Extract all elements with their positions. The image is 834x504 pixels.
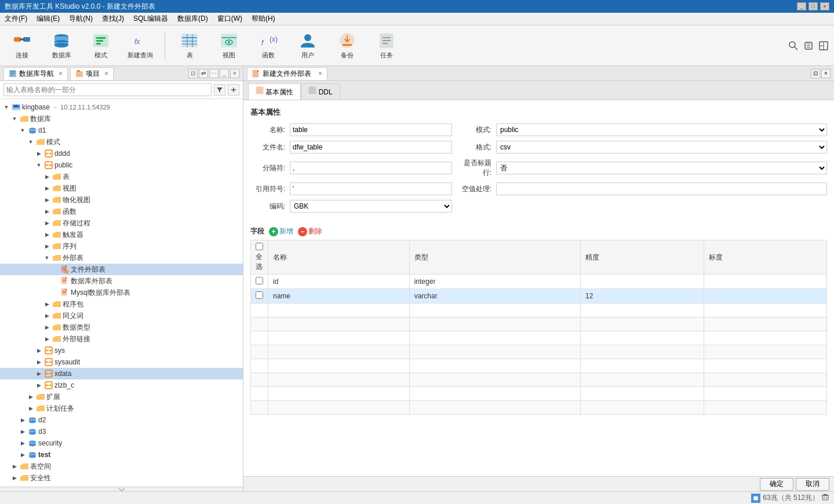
toolbar-view[interactable]: 视图 [212,29,246,63]
ddl-tab[interactable]: DDL [301,83,340,100]
toolbar-table[interactable]: 表 [172,29,207,63]
public-toggle[interactable]: ▼ [35,161,43,169]
tree-foreign-tables-folder[interactable]: ▼ 外部表 [0,252,243,264]
close-btn[interactable]: × [820,2,829,10]
format-select[interactable]: csv text binary [496,141,827,154]
toolbar-layout-icon[interactable] [818,40,829,52]
tree-d2[interactable]: ▶ d2 [0,414,243,426]
search-input[interactable] [3,83,212,96]
tree-public[interactable]: ▼ public [0,159,243,171]
header-row-select[interactable]: 否 是 [496,162,827,174]
right-restore-btn[interactable]: ⊡ [811,69,820,78]
security-folder-toggle[interactable]: ▶ [10,474,19,482]
tree-extensions-folder[interactable]: ▶ 扩展 [0,391,243,403]
xdata-toggle[interactable]: ▶ [35,370,43,378]
synonyms-toggle[interactable]: ▶ [43,312,51,320]
tree-security-folder[interactable]: ▶ 安全性 [0,472,243,484]
toolbar-backup[interactable]: 备份 [330,29,365,63]
basic-props-tab[interactable]: 基本属性 [248,83,301,100]
tree-matviews-folder[interactable]: ▶ 物化视图 [0,194,243,206]
null-handle-input[interactable] [496,182,827,195]
matviews-toggle[interactable]: ▶ [43,196,51,204]
status-trash-icon[interactable] [821,493,829,503]
procs-toggle[interactable]: ▶ [43,219,51,227]
tree-zlzb-c[interactable]: ▶ zlzb_c [0,379,243,391]
editor-main-tab[interactable]: 新建文件外部表 × [247,67,327,80]
row1-checkbox[interactable] [256,277,263,284]
name-input[interactable] [290,123,452,136]
ext-links-toggle[interactable]: ▶ [43,335,51,343]
toolbar-mode[interactable]: 模式 [83,29,118,63]
row2-checkbox[interactable] [256,291,263,299]
add-field-btn[interactable]: + 新增 [269,227,293,236]
d1-toggle[interactable]: ▼ [19,126,27,134]
d2-toggle[interactable]: ▶ [19,416,27,424]
tree-views-folder[interactable]: ▶ 视图 [0,182,243,194]
right-close-btn[interactable]: × [821,69,831,78]
tree-procs-folder[interactable]: ▶ 存储过程 [0,217,243,229]
toolbar-new-query[interactable]: fx 新建查询 [123,29,158,63]
tree-types-folder[interactable]: ▶ 数据类型 [0,322,243,333]
tree-d1[interactable]: ▼ d1 [0,125,243,136]
row1-checkbox-cell[interactable] [251,275,268,289]
sysaudit-toggle[interactable]: ▶ [35,358,43,366]
filter-extra-btn[interactable] [228,84,239,96]
toolbar-function[interactable]: f (x) 函数 [251,29,286,63]
encoding-select[interactable]: GBK UTF-8 GB2312 [290,200,452,213]
pkgs-toggle[interactable]: ▶ [43,300,51,308]
filter-btn[interactable] [214,84,225,96]
tree-seqs-folder[interactable]: ▶ 序列 [0,240,243,252]
tree-d3[interactable]: ▶ d3 [0,426,243,437]
menu-nav[interactable]: 导航(N) [64,13,97,25]
toolbar-user[interactable]: 用户 [290,29,325,63]
tree-funcs-folder[interactable]: ▶ 函数 [0,206,243,217]
test-toggle[interactable]: ▶ [19,451,27,459]
views-toggle[interactable]: ▶ [43,184,51,192]
maximize-btn[interactable]: □ [808,2,818,10]
toolbar-task[interactable]: 任务 [369,29,404,63]
cancel-btn[interactable]: 取消 [796,478,829,491]
tree-db-foreign-table[interactable]: ▶ 数据库外部表 [0,275,243,287]
tree-tables-folder[interactable]: ▶ 表 [0,171,243,182]
d3-toggle[interactable]: ▶ [19,428,27,436]
security-toggle[interactable]: ▶ [19,439,27,447]
tree-dddd[interactable]: ▶ dddd [0,148,243,159]
project-tab-close[interactable]: × [104,70,108,78]
nav-tab-close[interactable]: × [59,70,63,78]
tree-security[interactable]: ▶ security [0,437,243,449]
tree-sys[interactable]: ▶ sys [0,345,243,356]
tree-root[interactable]: ▼ kingbase － 10.12.11.1:54329 [0,101,243,113]
panel-restore-btn[interactable]: ⊡ [188,69,198,78]
col-select-all[interactable]: 全选 [251,240,268,275]
menu-edit[interactable]: 编辑(E) [32,13,64,25]
menu-find[interactable]: 查找(J) [97,13,129,25]
tree-xdata[interactable]: ▶ xdata [0,368,243,379]
minimize-btn[interactable]: _ [797,2,806,10]
panel-close-btn[interactable]: × [230,69,239,78]
row2-checkbox-cell[interactable] [251,289,268,304]
tree-ext-links-folder[interactable]: ▶ 外部链接 [0,333,243,345]
zlzb-toggle[interactable]: ▶ [35,381,43,389]
toolbar-database[interactable]: 数据库 [44,29,79,63]
tree-file-foreign-table[interactable]: ▶ 文件外部表 [0,264,243,275]
menu-file[interactable]: 文件(F) [0,13,32,25]
mode-select[interactable]: public dddd sys [496,123,827,136]
panel-dots-btn[interactable]: ⋯ [209,69,218,78]
toolbar-search-icon[interactable] [788,40,799,52]
ext-toggle[interactable]: ▶ [27,393,35,401]
root-toggle[interactable]: ▼ [2,103,10,111]
tables-toggle[interactable]: ▶ [43,173,51,181]
tree-tablespaces-folder[interactable]: ▶ 表空间 [0,461,243,472]
triggers-toggle[interactable]: ▶ [43,231,51,239]
confirm-btn[interactable]: 确定 [760,478,793,491]
menu-help[interactable]: 帮助(H) [247,13,280,25]
dddd-toggle[interactable]: ▶ [35,149,43,158]
toolbar-connect[interactable]: 连接 [5,29,39,63]
filename-input[interactable] [290,141,452,154]
seqs-toggle[interactable]: ▶ [43,242,51,250]
databases-toggle[interactable]: ▼ [10,115,19,123]
funcs-toggle[interactable]: ▶ [43,207,51,216]
tree-mode-folder[interactable]: ▼ 模式 [0,136,243,148]
delimiter-input[interactable] [290,162,452,174]
panel-swap-btn[interactable]: ⇄ [199,69,208,78]
